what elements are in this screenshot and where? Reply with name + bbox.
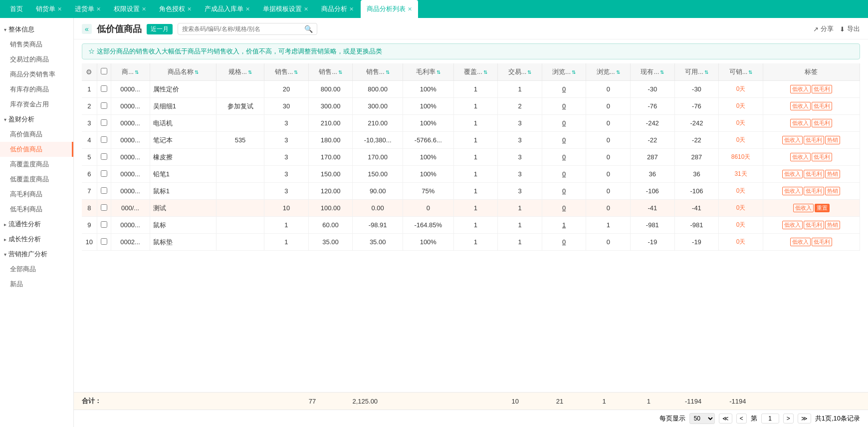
search-icon[interactable]: 🔍 xyxy=(304,25,313,33)
nav-template[interactable]: 单据模板设置 ✕ xyxy=(257,0,314,18)
row-select-checkbox[interactable] xyxy=(101,187,107,194)
row-checkbox[interactable] xyxy=(97,81,111,98)
col-sales-amount[interactable]: 销售...⇅ xyxy=(308,63,353,81)
row-checkbox[interactable] xyxy=(97,98,111,115)
row-checkbox[interactable] xyxy=(97,149,111,166)
row-select-checkbox[interactable] xyxy=(101,238,107,245)
sidebar-item-high-margin[interactable]: 高毛利商品 xyxy=(0,187,73,202)
close-icon[interactable]: ✕ xyxy=(187,6,192,12)
browse1-link[interactable]: 0 xyxy=(562,119,566,127)
close-icon[interactable]: ✕ xyxy=(408,6,412,12)
browse1-link[interactable]: 0 xyxy=(562,85,566,93)
export-button[interactable]: ⬇ 导出 xyxy=(840,24,860,33)
row-checkbox[interactable] xyxy=(97,217,111,234)
row-browse1[interactable]: 0 xyxy=(542,98,586,115)
nav-role[interactable]: 角色授权 ✕ xyxy=(153,0,198,18)
sidebar-item-low-value[interactable]: 低价值商品 xyxy=(0,142,73,157)
row-browse1[interactable]: 0 xyxy=(542,166,586,183)
row-browse1[interactable]: 0 xyxy=(542,200,586,217)
row-select-checkbox[interactable] xyxy=(101,85,107,92)
col-coverage[interactable]: 覆盖...⇅ xyxy=(453,63,498,81)
sidebar-group-overall[interactable]: ▾ 整体信息 xyxy=(0,22,73,37)
period-tag-button[interactable]: 近一月 xyxy=(147,24,173,34)
close-icon[interactable]: ✕ xyxy=(245,6,250,12)
col-gross-margin[interactable]: 毛利率⇅ xyxy=(403,63,453,81)
col-browse2[interactable]: 浏览...⇅ xyxy=(586,63,631,81)
row-select-checkbox[interactable] xyxy=(101,204,107,211)
settings-icon[interactable]: ⚙ xyxy=(86,68,92,76)
sidebar-item-all-products[interactable]: 全部商品 xyxy=(0,262,73,277)
nav-purchase[interactable]: 进货单 ✕ xyxy=(69,0,107,18)
sidebar-group-growth[interactable]: ▸ 成长性分析 xyxy=(0,232,73,247)
row-select-checkbox[interactable] xyxy=(101,221,107,228)
browse1-link[interactable]: 0 xyxy=(562,102,566,110)
share-button[interactable]: ↗ 分享 xyxy=(813,24,834,33)
col-spec[interactable]: 规格...⇅ xyxy=(216,63,264,81)
first-page-button[interactable]: ≪ xyxy=(719,414,732,424)
row-browse1[interactable]: 1 xyxy=(542,217,586,234)
close-icon[interactable]: ✕ xyxy=(304,6,308,12)
sidebar-item-new-products[interactable]: 新品 xyxy=(0,277,73,292)
sidebar-item-stock-capital[interactable]: 库存资金占用 xyxy=(0,97,73,112)
row-browse1[interactable]: 0 xyxy=(542,183,586,200)
col-trade[interactable]: 交易...⇅ xyxy=(498,63,542,81)
next-page-button[interactable]: > xyxy=(783,414,794,424)
sidebar-item-traded-products[interactable]: 交易过的商品 xyxy=(0,52,73,67)
row-browse1[interactable]: 0 xyxy=(542,132,586,149)
row-checkbox[interactable] xyxy=(97,166,111,183)
row-browse1[interactable]: 0 xyxy=(542,234,586,251)
last-page-button[interactable]: ≫ xyxy=(798,414,811,424)
row-checkbox[interactable] xyxy=(97,183,111,200)
sidebar-item-low-coverage[interactable]: 低覆盖度商品 xyxy=(0,172,73,187)
col-browse1[interactable]: 浏览...⇅ xyxy=(542,63,586,81)
sidebar-item-category-sales-rate[interactable]: 商品分类销售率 xyxy=(0,67,73,82)
col-sales-price[interactable]: 销售...⇅ xyxy=(353,63,403,81)
col-name[interactable]: 商品名称⇅ xyxy=(150,63,216,81)
row-select-checkbox[interactable] xyxy=(101,170,107,177)
close-icon[interactable]: ✕ xyxy=(96,6,101,12)
col-code[interactable]: 商...⇅ xyxy=(111,63,150,81)
row-select-checkbox[interactable] xyxy=(101,119,107,126)
nav-home[interactable]: 首页 xyxy=(4,0,29,18)
col-sales-qty[interactable]: 销售...⇅ xyxy=(264,63,309,81)
row-browse1[interactable]: 0 xyxy=(542,81,586,98)
browse1-link[interactable]: 0 xyxy=(562,187,566,195)
row-checkbox[interactable] xyxy=(97,115,111,132)
row-browse1[interactable]: 0 xyxy=(542,115,586,132)
prev-page-button[interactable]: < xyxy=(736,414,747,424)
sidebar-group-liquidity[interactable]: ▸ 流通性分析 xyxy=(0,217,73,232)
row-browse1[interactable]: 0 xyxy=(542,149,586,166)
nav-permission[interactable]: 权限设置 ✕ xyxy=(108,0,152,18)
close-icon[interactable]: ✕ xyxy=(349,6,354,12)
sidebar-group-profit[interactable]: ▾ 盈财分析 xyxy=(0,112,73,127)
browse1-link[interactable]: 0 xyxy=(562,170,566,178)
nav-product-in[interactable]: 产成品入库单 ✕ xyxy=(199,0,256,18)
sidebar-item-sales-products[interactable]: 销售类商品 xyxy=(0,37,73,52)
browse1-link[interactable]: 0 xyxy=(562,136,566,144)
row-checkbox[interactable] xyxy=(97,200,111,217)
col-available[interactable]: 可用...⇅ xyxy=(674,63,719,81)
browse1-link[interactable]: 1 xyxy=(562,221,566,229)
row-checkbox[interactable] xyxy=(97,234,111,251)
close-icon[interactable]: ✕ xyxy=(142,6,146,12)
nav-product-analysis-list[interactable]: 商品分析列表 ✕ xyxy=(361,0,418,18)
sidebar-item-low-margin[interactable]: 低毛利商品 xyxy=(0,202,73,217)
page-number-input[interactable] xyxy=(761,414,779,424)
browse1-link[interactable]: 0 xyxy=(562,238,566,246)
sidebar-group-marketing[interactable]: ▾ 营销推广分析 xyxy=(0,247,73,262)
row-select-checkbox[interactable] xyxy=(101,136,107,143)
col-current-stock[interactable]: 现有...⇅ xyxy=(631,63,675,81)
row-select-checkbox[interactable] xyxy=(101,153,107,160)
row-select-checkbox[interactable] xyxy=(101,102,107,109)
browse1-link[interactable]: 0 xyxy=(562,153,566,161)
per-page-select[interactable]: 50 100 xyxy=(689,413,715,424)
nav-sales[interactable]: 销货单 ✕ xyxy=(30,0,68,18)
browse1-link[interactable]: 0 xyxy=(562,204,566,212)
sidebar-item-high-value[interactable]: 高价值商品 xyxy=(0,127,73,142)
select-all-checkbox[interactable] xyxy=(101,68,107,74)
collapse-sidebar-button[interactable]: « xyxy=(82,24,92,34)
sidebar-item-stock-products[interactable]: 有库存的商品 xyxy=(0,82,73,97)
settings-column[interactable]: ⚙ xyxy=(82,63,97,81)
select-all-column[interactable] xyxy=(97,63,111,81)
close-icon[interactable]: ✕ xyxy=(57,6,62,12)
